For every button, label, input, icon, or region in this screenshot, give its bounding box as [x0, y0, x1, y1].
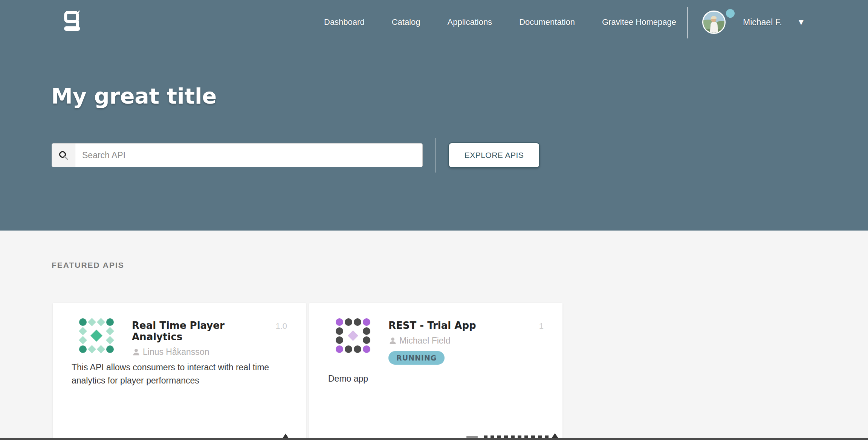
api-card-real-time-player-analytics[interactable]: Real Time Player Analytics Linus Håkanss…	[53, 303, 306, 440]
bottom-edge-bar	[0, 438, 868, 440]
nav-documentation[interactable]: Documentation	[519, 17, 575, 27]
card-header: Real Time Player Analytics Linus Håkanss…	[72, 318, 287, 357]
main-nav: Dashboard Catalog Applications Documenta…	[324, 0, 676, 44]
api-owner-name: Linus Håkansson	[143, 347, 209, 357]
chevron-down-icon[interactable]: ▼	[797, 18, 805, 26]
nav-gravitee-homepage[interactable]: Gravitee Homepage	[602, 17, 676, 27]
cutoff-fragment	[552, 433, 558, 438]
search-icon	[58, 150, 69, 160]
api-description: Demo app	[328, 372, 541, 385]
search-button-divider	[435, 138, 436, 173]
user-menu[interactable]: Michael F. ▼	[702, 0, 805, 44]
nav-applications[interactable]: Applications	[447, 17, 492, 27]
person-icon	[388, 336, 397, 345]
avatar[interactable]	[702, 11, 726, 34]
api-description: This API allows consumers to interact wi…	[72, 361, 284, 387]
cutoff-fragment	[484, 435, 551, 438]
hero-section: Dashboard Catalog Applications Documenta…	[0, 0, 868, 231]
api-title: Real Time Player Analytics	[132, 320, 275, 342]
api-owner: Linus Håkansson	[132, 347, 275, 357]
featured-apis-heading: FEATURED APIS	[52, 261, 124, 270]
card-header: REST - Trial App Michael Field RUNNING 1	[328, 318, 544, 365]
search-icon-button[interactable]	[52, 144, 75, 167]
api-title: REST - Trial App	[388, 320, 476, 331]
api-card-rest-trial-app[interactable]: REST - Trial App Michael Field RUNNING 1…	[309, 303, 562, 440]
topbar-divider	[687, 7, 688, 38]
search-input[interactable]	[75, 144, 422, 167]
gravitee-logo-icon[interactable]	[62, 10, 83, 36]
search-row: EXPLORE APIS	[52, 138, 540, 173]
explore-apis-button[interactable]: EXPLORE APIS	[448, 142, 540, 168]
person-icon	[132, 348, 141, 356]
nav-dashboard[interactable]: Dashboard	[324, 17, 365, 27]
nav-catalog[interactable]: Catalog	[392, 17, 420, 27]
api-version: 1.0	[275, 318, 287, 331]
cutoff-fragment	[283, 434, 289, 438]
status-dot	[726, 9, 735, 18]
api-version: 1	[539, 318, 544, 331]
portal-page: Dashboard Catalog Applications Documenta…	[0, 0, 868, 440]
api-dot-grid-icon	[335, 318, 371, 354]
status-badge: RUNNING	[388, 351, 445, 365]
search-box	[52, 143, 423, 167]
avatar-photo	[703, 12, 724, 33]
card-info: Real Time Player Analytics Linus Håkanss…	[132, 318, 275, 357]
api-owner: Michael Field	[388, 336, 476, 346]
user-name[interactable]: Michael F.	[743, 17, 782, 28]
page-title: My great title	[51, 84, 217, 108]
featured-cards-row: Real Time Player Analytics Linus Håkanss…	[53, 303, 562, 440]
card-info: REST - Trial App Michael Field RUNNING	[388, 318, 476, 365]
api-owner-name: Michael Field	[399, 336, 451, 346]
api-dot-grid-icon	[78, 318, 115, 354]
